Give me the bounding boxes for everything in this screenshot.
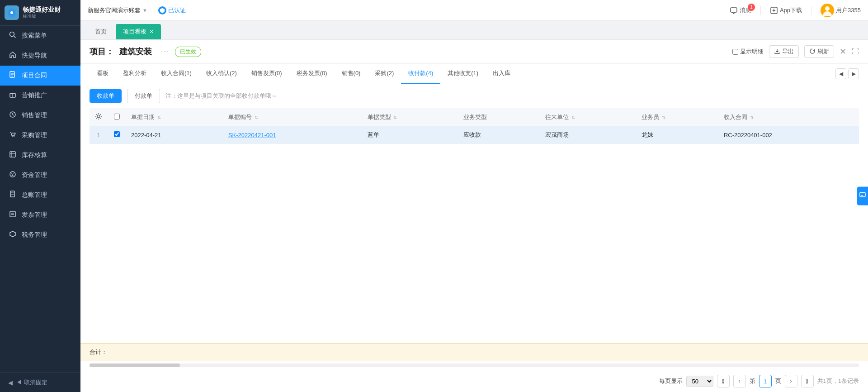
last-page-btn[interactable]: ⟫ xyxy=(801,375,814,387)
gear-col-header[interactable] xyxy=(90,108,108,126)
filter-receipt-btn[interactable]: 收款单 xyxy=(90,89,122,103)
current-page[interactable]: 1 xyxy=(759,375,772,387)
more-icon[interactable]: ··· xyxy=(161,48,170,56)
tab-project-board-label: 项目看板 xyxy=(123,28,146,36)
sub-tab-income-contract[interactable]: 收入合同(1) xyxy=(154,64,199,84)
sub-tab-kanban[interactable]: 看板 xyxy=(90,64,116,84)
sidebar-item-ledger[interactable]: 总账管理 xyxy=(0,185,80,205)
tab-project-board[interactable]: 项目看板 ✕ xyxy=(116,24,161,39)
sub-tab-prev-btn[interactable]: ◀ xyxy=(835,68,846,79)
search-icon xyxy=(8,31,17,40)
scroll-bar-track[interactable] xyxy=(90,363,859,367)
sub-tab-sales-invoice[interactable]: 销售发票(0) xyxy=(244,64,289,84)
tab-home-label: 首页 xyxy=(95,28,107,36)
sidebar-item-quick-nav-label: 快捷导航 xyxy=(22,52,47,60)
no-sort-icon[interactable]: ⇅ xyxy=(255,115,258,120)
select-all-checkbox[interactable] xyxy=(114,114,120,120)
data-table: 单据日期 ⇅ 单据编号 ⇅ 单据类型 ⇅ 业务类型 xyxy=(90,108,859,144)
sidebar-footer[interactable]: ◀ ◀ 取消固定 xyxy=(0,373,80,392)
close-btn[interactable]: ✕ xyxy=(840,48,846,56)
page-title-prefix: 项目： xyxy=(90,46,114,57)
sidebar-item-search[interactable]: 搜索菜单 xyxy=(0,26,80,46)
no-col-header[interactable]: 单据编号 ⇅ xyxy=(223,108,362,126)
row-no[interactable]: SK-20220421-001 xyxy=(223,126,362,144)
topbar-certified: 已认证 xyxy=(158,6,186,14)
row-no-link[interactable]: SK-20220421-001 xyxy=(228,132,276,139)
salesman-col-header[interactable]: 业务员 ⇅ xyxy=(636,108,718,126)
project-selector[interactable]: 新服务官网演示账套 ▼ xyxy=(88,6,147,14)
sub-tab-sales-invoice-label: 销售发票(0) xyxy=(251,70,282,76)
svg-point-26 xyxy=(97,115,100,118)
filter-note: 注：这里是与项目关联的全部收付款单哦～ xyxy=(165,92,277,100)
sidebar-item-invoice[interactable]: 发票管理 xyxy=(0,205,80,225)
check-col-header[interactable] xyxy=(108,108,126,126)
svg-point-3 xyxy=(10,32,14,37)
divider2 xyxy=(811,6,811,15)
type-sort-icon[interactable]: ⇅ xyxy=(393,115,397,120)
svg-rect-13 xyxy=(10,152,15,157)
tab-close-icon[interactable]: ✕ xyxy=(149,29,154,35)
sidebar-item-funds[interactable]: ¥ 资金管理 xyxy=(0,165,80,185)
type-col-header[interactable]: 单据类型 ⇅ xyxy=(362,108,458,126)
scroll-bar-thumb[interactable] xyxy=(90,363,180,367)
row-checkbox-cell[interactable] xyxy=(108,126,126,144)
show-detail-checkbox[interactable]: 显示明细 xyxy=(732,48,764,56)
sub-tab-profit[interactable]: 盈利分析 xyxy=(116,64,154,84)
page-header: 项目： 建筑安装 ··· 已生效 显示明细 导出 xyxy=(80,40,868,64)
svg-point-12 xyxy=(14,136,14,137)
sub-tab-next-btn[interactable]: ▶ xyxy=(848,68,859,79)
messages-btn[interactable]: 消息 1 xyxy=(730,6,751,14)
sidebar-item-project-contract-label: 项目合同 xyxy=(22,72,47,80)
app-download-btn[interactable]: App下载 xyxy=(770,6,802,14)
page-info: 共1页，1条记录 xyxy=(817,377,859,385)
row-checkbox[interactable] xyxy=(114,131,120,137)
salesman-sort-icon[interactable]: ⇅ xyxy=(662,115,665,120)
app-download-label: App下载 xyxy=(780,6,802,14)
sub-tab-inout[interactable]: 出入库 xyxy=(486,64,518,84)
table-header-row: 单据日期 ⇅ 单据编号 ⇅ 单据类型 ⇅ 业务类型 xyxy=(90,108,859,126)
sidebar-item-purchase[interactable]: 采购管理 xyxy=(0,125,80,145)
sub-tab-payments[interactable]: 收付款(4) xyxy=(401,64,440,84)
avatar xyxy=(821,4,834,17)
tax-icon xyxy=(8,230,17,239)
date-col-header[interactable]: 单据日期 ⇅ xyxy=(126,108,223,126)
next-page-btn[interactable]: › xyxy=(785,375,797,387)
sub-tab-other-income[interactable]: 其他收支(1) xyxy=(440,64,486,84)
filter-payment-btn[interactable]: 付款单 xyxy=(127,89,160,103)
unit-col-header[interactable]: 往来单位 ⇅ xyxy=(540,108,636,126)
sidebar-item-inventory[interactable]: 库存核算 xyxy=(0,145,80,165)
date-sort-icon[interactable]: ⇅ xyxy=(157,115,161,120)
page-title: 建筑安装 xyxy=(119,46,152,57)
sidebar-item-tax-label: 税务管理 xyxy=(22,231,47,239)
sub-tab-sales[interactable]: 销售(0) xyxy=(335,64,368,84)
page-size-select[interactable]: 50 100 200 xyxy=(686,376,713,387)
sub-tab-income-confirm[interactable]: 收入确认(2) xyxy=(199,64,244,84)
user-info[interactable]: 用户3355 xyxy=(821,4,861,17)
filter-bar: 收款单 付款单 注：这里是与项目关联的全部收付款单哦～ xyxy=(80,84,868,108)
sidebar-item-quick-nav[interactable]: 快捷导航 xyxy=(0,46,80,66)
home-icon xyxy=(8,51,17,60)
sub-tab-tax-invoice-label: 税务发票(0) xyxy=(297,70,327,76)
right-edge-icon[interactable] xyxy=(857,187,868,206)
biz-type-col-header: 业务类型 xyxy=(458,108,540,126)
fullscreen-btn[interactable]: ⛶ xyxy=(852,48,859,56)
show-detail-input[interactable] xyxy=(732,49,738,55)
table-row[interactable]: 1 2022-04-21 SK-20220421-001 蓝单 应收款 宏茂商场… xyxy=(90,126,859,144)
sidebar-item-tax[interactable]: 税务管理 xyxy=(0,225,80,245)
sidebar-menu: 搜索菜单 快捷导航 项目合同 营销推广 销售管理 xyxy=(0,26,80,373)
app-subtitle: 标准版 xyxy=(23,13,61,19)
prev-page-btn[interactable]: ‹ xyxy=(733,375,746,387)
sidebar-item-project-contract[interactable]: 项目合同 xyxy=(0,66,80,86)
unit-sort-icon[interactable]: ⇅ xyxy=(571,115,575,120)
first-page-btn[interactable]: ⟪ xyxy=(717,375,730,387)
tab-home[interactable]: 首页 xyxy=(88,24,114,39)
sidebar-item-marketing[interactable]: 营销推广 xyxy=(0,86,80,105)
contract-sort-icon[interactable]: ⇅ xyxy=(750,115,754,120)
sidebar-item-sales[interactable]: 销售管理 xyxy=(0,105,80,125)
contract-col-header[interactable]: 收入合同 ⇅ xyxy=(718,108,859,126)
export-btn[interactable]: 导出 xyxy=(769,45,799,58)
sub-tab-tax-invoice[interactable]: 税务发票(0) xyxy=(289,64,335,84)
svg-point-2 xyxy=(10,11,13,14)
sub-tab-purchase[interactable]: 采购(2) xyxy=(368,64,401,84)
refresh-btn[interactable]: 刷新 xyxy=(804,45,834,58)
